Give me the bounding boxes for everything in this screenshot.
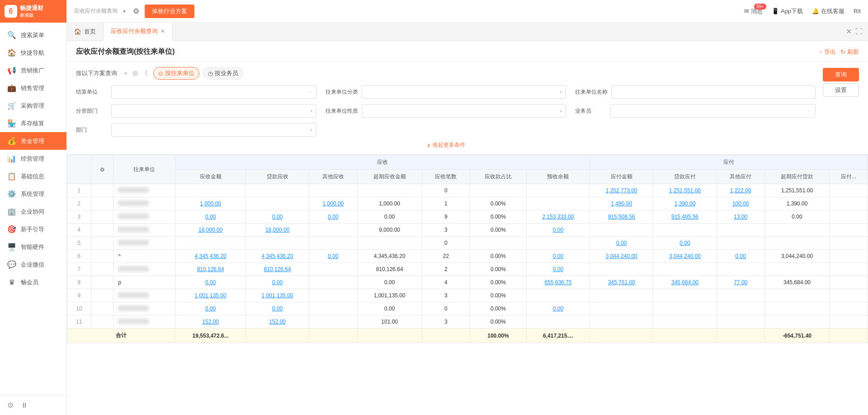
row-ar-loan[interactable]: 0.00 [246, 210, 309, 224]
partner-nature-input[interactable]: ▾ [362, 104, 566, 118]
row-ap-amount[interactable] [590, 302, 653, 315]
row-ar-prepay[interactable] [526, 237, 590, 250]
row-ar-amount[interactable] [175, 184, 246, 197]
partner-category-input[interactable]: ▾ [362, 85, 566, 99]
row-ar-loan[interactable]: 18,000.00 [246, 224, 309, 237]
row-ap-loan[interactable]: 1,251,551.00 [653, 184, 717, 197]
partner-name-input[interactable] [611, 85, 816, 99]
row-ap-amount[interactable]: 1,252,773.00 [590, 184, 653, 197]
sidebar-item-enterprise[interactable]: 🏢 企业协同 [0, 203, 66, 220]
row-ar-prepay[interactable] [526, 197, 590, 210]
app-download-button[interactable]: 📱 App下载 [772, 7, 803, 15]
query-button[interactable]: 查询 [823, 68, 859, 81]
row-ap-other[interactable] [717, 237, 764, 250]
tab-ar-balance[interactable]: 应收应付余额查询 ✕ [104, 23, 173, 41]
row-ar-amount[interactable]: 810,126.64 [175, 263, 246, 276]
row-ar-prepay[interactable] [526, 184, 590, 197]
sidebar-item-hardware[interactable]: 🖥️ 智能硬件 [0, 238, 66, 256]
row-ar-loan[interactable]: 4,345,436.20 [246, 250, 309, 263]
sidebar-item-operation[interactable]: 📊 经营管理 [0, 150, 66, 167]
row-ap-loan[interactable]: 0.00 [653, 237, 717, 250]
department-input[interactable]: ▾ [111, 123, 316, 137]
row-ap-other[interactable] [717, 263, 764, 276]
row-ar-other[interactable] [309, 224, 357, 237]
tab-home[interactable]: 🏠 首页 [67, 23, 104, 41]
row-ap-amount[interactable]: 345,761.00 [590, 276, 653, 289]
collapse-icon[interactable]: ⏸ [21, 401, 28, 410]
row-ar-amount[interactable]: 1,001,135.00 [175, 289, 246, 302]
sidebar-item-quick-nav[interactable]: 🏠 快捷导航 [0, 44, 66, 62]
sidebar-item-search[interactable]: 🔍 搜索菜单 [0, 26, 66, 44]
row-ap-loan[interactable] [653, 315, 717, 329]
row-ap-other[interactable] [717, 289, 764, 302]
row-ap-loan[interactable] [653, 289, 717, 302]
solution-button[interactable]: 体验行业方案 [145, 5, 194, 18]
row-ap-amount[interactable]: 0.00 [590, 237, 653, 250]
scheme-by-salesman[interactable]: ◷ 按业务员 [203, 67, 243, 80]
row-ar-loan[interactable]: 810,126.64 [246, 263, 309, 276]
row-ar-loan[interactable]: 0.00 [246, 302, 309, 315]
row-ar-loan[interactable]: 152.00 [246, 315, 309, 329]
row-ap-other[interactable]: 13.00 [717, 210, 764, 224]
row-ap-other[interactable] [717, 302, 764, 315]
row-ap-amount[interactable] [590, 315, 653, 329]
row-ar-other[interactable] [309, 302, 357, 315]
row-ar-amount[interactable]: 1,000.00 [175, 197, 246, 210]
user-name[interactable]: Rit [854, 8, 861, 14]
more-scheme-icon[interactable]: 《 [142, 69, 148, 77]
sidebar-item-vip[interactable]: ♛ 畅会员 [0, 273, 66, 291]
row-ar-amount[interactable] [175, 237, 246, 250]
sidebar-item-purchase[interactable]: 🛒 采购管理 [0, 97, 66, 114]
salesman-input[interactable]: ··· [610, 104, 816, 118]
export-button[interactable]: ↑ 导出 [820, 48, 836, 56]
row-ap-amount[interactable]: 1,490.00 [590, 197, 653, 210]
row-ar-prepay[interactable]: 0.00 [526, 224, 590, 237]
row-ar-other[interactable] [309, 237, 357, 250]
row-ar-prepay[interactable] [526, 315, 590, 329]
row-ap-other[interactable]: 77.00 [717, 276, 764, 289]
row-ar-amount[interactable]: 0.00 [175, 302, 246, 315]
row-ar-prepay[interactable]: 0.00 [526, 250, 590, 263]
row-ar-prepay[interactable]: 2,153,333.00 [526, 210, 590, 224]
tab-close-all-icon[interactable]: ✕ [846, 27, 852, 36]
row-ap-other[interactable] [717, 224, 764, 237]
row-ap-amount[interactable] [590, 263, 653, 276]
row-ar-other[interactable]: 0.00 [309, 210, 357, 224]
sidebar-item-guide[interactable]: 🎯 新手引导 [0, 220, 66, 238]
row-ar-amount[interactable]: 4,345,436.20 [175, 250, 246, 263]
message-button[interactable]: ✉ 消息 99+ [744, 7, 763, 15]
division-dept-input[interactable]: ▾ [111, 104, 316, 118]
row-ar-other[interactable] [309, 184, 357, 197]
row-ar-other[interactable]: 1,000.00 [309, 197, 357, 210]
tab-expand-icon[interactable]: ⛶ [855, 28, 863, 36]
row-ap-amount[interactable] [590, 289, 653, 302]
row-ap-loan[interactable]: 1,390.00 [653, 197, 717, 210]
row-ar-amount[interactable]: 0.00 [175, 276, 246, 289]
row-ap-other[interactable]: 100.00 [717, 197, 764, 210]
row-ap-amount[interactable]: 3,044,240.00 [590, 250, 653, 263]
row-ar-amount[interactable]: 0.00 [175, 210, 246, 224]
settings-button[interactable]: 设置 [823, 83, 859, 97]
row-ar-loan[interactable] [246, 237, 309, 250]
row-ap-loan[interactable]: 345,684.00 [653, 276, 717, 289]
row-ar-amount[interactable]: 18,000.00 [175, 224, 246, 237]
row-ap-loan[interactable]: 3,044,240.00 [653, 250, 717, 263]
sidebar-item-system[interactable]: ⚙️ 系统管理 [0, 185, 66, 203]
sidebar-item-wechat[interactable]: 💬 企业微信 [0, 256, 66, 273]
th-settings[interactable]: ⚙ [91, 155, 113, 184]
add-scheme-icon[interactable]: ＋ [123, 69, 129, 77]
row-ar-other[interactable] [309, 289, 357, 302]
scheme-by-partner[interactable]: ⊙ 按往来单位 [153, 67, 199, 80]
row-ar-other[interactable] [309, 263, 357, 276]
row-ap-other[interactable]: 1,222.00 [717, 184, 764, 197]
refresh-button[interactable]: ↻ 刷新 [840, 48, 859, 56]
row-ap-other[interactable]: 0.00 [717, 250, 764, 263]
row-ar-other[interactable]: 0.00 [309, 250, 357, 263]
sidebar-item-sales[interactable]: 💼 销售管理 [0, 79, 66, 97]
row-ap-loan[interactable]: 915,495.56 [653, 210, 717, 224]
row-ap-other[interactable] [717, 315, 764, 329]
row-ar-loan[interactable]: 1,001,135.00 [246, 289, 309, 302]
header-gear-icon[interactable]: ⚙ [133, 7, 139, 15]
row-ar-loan[interactable]: 0.00 [246, 276, 309, 289]
row-ap-loan[interactable] [653, 224, 717, 237]
